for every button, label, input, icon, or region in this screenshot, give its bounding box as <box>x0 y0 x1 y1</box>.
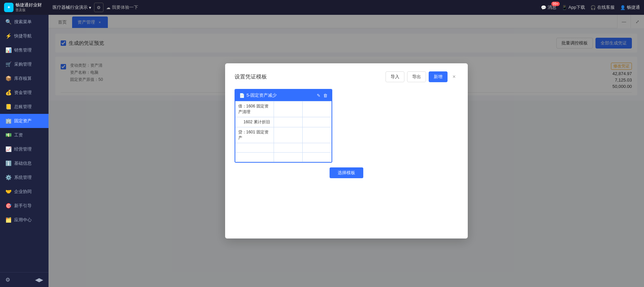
settings-bottom-icon[interactable]: ⚙ <box>5 277 10 283</box>
company-name: 医疗器械行业演示 <box>53 4 88 10</box>
service-label: 在线客服 <box>597 4 615 10</box>
user-avatar[interactable]: 👤 畅捷通 <box>620 4 640 10</box>
select-template-button[interactable]: 选择模板 <box>330 167 363 178</box>
sidebar-item-operations[interactable]: 📈 经营管理 <box>0 142 49 156</box>
close-icon: × <box>453 74 456 80</box>
main-content: 首页 资产管理 × — ⤢ 生成的凭证预览 批量调控模板 <box>49 15 644 287</box>
sidebar-item-salary[interactable]: 💵 工资 <box>0 128 49 142</box>
app-download-button[interactable]: 📱 App下载 <box>562 4 585 10</box>
template-cell <box>303 127 332 143</box>
dialog-close-button[interactable]: × <box>450 73 458 81</box>
user-name: 畅捷通 <box>627 4 640 10</box>
template-row-debit2: 1602 累计折旧 <box>235 117 331 127</box>
app-logo: ✦ 畅捷通好业财 普及版 <box>4 2 53 12</box>
template-row-empty2 <box>235 153 331 162</box>
collapse-icon[interactable]: ◀▶ <box>35 277 43 283</box>
sidebar-bottom: ⚙ ◀▶ <box>0 272 49 287</box>
sidebar-item-ledger[interactable]: 📒 总账管理 <box>0 100 49 114</box>
dropdown-icon: ▾ <box>89 5 91 10</box>
sidebar-item-label: 系统管理 <box>14 174 32 181</box>
sidebar-item-inventory[interactable]: 📦 库存核算 <box>0 71 49 86</box>
sidebar-item-guide[interactable]: 🎯 新手引导 <box>0 199 49 213</box>
sidebar-item-label: 应用中心 <box>14 217 32 223</box>
sidebar-item-label: 固定资产 <box>14 118 32 124</box>
system-icon: ⚙️ <box>5 174 11 181</box>
guide-icon: 🎯 <box>5 203 11 209</box>
template-cell <box>274 127 303 143</box>
purchase-icon: 🛒 <box>5 61 11 67</box>
sidebar-item-label: 总账管理 <box>14 104 32 110</box>
experience-icon: ☁ <box>106 5 111 10</box>
template-row-credit1: 贷：1601 固定资产 <box>235 127 331 143</box>
download-label: App下载 <box>569 4 585 10</box>
sidebar-item-label: 销售管理 <box>14 47 32 53</box>
template-cell <box>303 153 332 162</box>
sidebar-item-purchase[interactable]: 🛒 采购管理 <box>0 57 49 71</box>
messages-badge: 99+ <box>551 2 560 6</box>
sidebar-item-label: 资金管理 <box>14 90 32 96</box>
sidebar-item-label: 经营管理 <box>14 146 32 152</box>
template-cell <box>274 101 303 117</box>
sidebar-item-apps[interactable]: 🗂️ 应用中心 <box>0 213 49 227</box>
app-name: 畅捷通好业财 <box>16 2 42 8</box>
sidebar-item-sales[interactable]: 📊 销售管理 <box>0 43 49 57</box>
template-cell <box>303 143 332 153</box>
online-service-button[interactable]: 🎧 在线客服 <box>590 4 615 10</box>
quicknav-icon: ⚡ <box>5 33 11 39</box>
template-cell <box>274 143 303 153</box>
sidebar-item-label: 快捷导航 <box>14 33 32 39</box>
export-button[interactable]: 导出 <box>407 71 426 82</box>
sidebar-item-label: 新手引导 <box>14 203 32 209</box>
sidebar-item-basic-info[interactable]: ℹ️ 基础信息 <box>0 156 49 170</box>
template-table: 借：1606 固定资产清理 1602 累计折旧 贷：1601 固定资产 <box>235 101 332 162</box>
company-selector[interactable]: 医疗器械行业演示 ▾ <box>53 4 91 10</box>
template-cell <box>274 117 303 127</box>
sidebar-item-label: 工资 <box>14 132 23 138</box>
funds-icon: 💰 <box>5 90 11 96</box>
sidebar: 🔍 搜索菜单 ⚡ 快捷导航 📊 销售管理 🛒 采购管理 📦 库存核算 💰 资金管… <box>0 15 49 287</box>
template-cell: 贷：1601 固定资产 <box>235 127 274 143</box>
messages-button[interactable]: 💬 消息 99+ <box>541 4 556 10</box>
user-icon: 👤 <box>620 5 625 10</box>
search-icon: 🔍 <box>5 19 11 25</box>
template-cell <box>274 153 303 162</box>
settings-button[interactable]: ⚙ <box>94 3 103 12</box>
template-cell <box>235 143 274 153</box>
salary-icon: 💵 <box>5 132 11 138</box>
import-button[interactable]: 导入 <box>386 71 404 82</box>
sidebar-item-quicknav[interactable]: ⚡ 快捷导航 <box>0 29 49 43</box>
template-cell <box>235 153 274 162</box>
template-doc-icon: 📄 <box>239 93 245 98</box>
template-header-left: 📄 5-固定资产减少 <box>239 92 277 98</box>
sidebar-item-system[interactable]: ⚙️ 系统管理 <box>0 170 49 185</box>
sidebar-item-label: 采购管理 <box>14 61 32 67</box>
operations-icon: 📈 <box>5 146 11 152</box>
sidebar-item-label: 基础信息 <box>14 160 32 166</box>
basic-info-icon: ℹ️ <box>5 160 11 166</box>
topbar-right: 💬 消息 99+ 📱 App下载 🎧 在线客服 👤 畅捷通 <box>541 4 640 10</box>
experience-button[interactable]: ☁ 我要体验一下 <box>106 4 138 10</box>
collab-icon: 🤝 <box>5 189 11 195</box>
dialog-header: 设置凭证模板 导入 导出 新增 × <box>235 71 458 82</box>
template-cell <box>303 101 332 117</box>
template-delete-button[interactable]: 🗑 <box>323 93 328 98</box>
dialog-actions: 导入 导出 新增 <box>386 71 448 82</box>
sidebar-item-collab[interactable]: 🤝 企业协同 <box>0 185 49 199</box>
fixed-assets-icon: 🏢 <box>5 118 11 124</box>
new-button[interactable]: 新增 <box>429 71 448 82</box>
template-cell: 1602 累计折旧 <box>235 117 274 127</box>
download-icon: 📱 <box>562 5 567 10</box>
template-cell: 借：1606 固定资产清理 <box>235 101 274 117</box>
sidebar-item-label: 库存核算 <box>14 75 32 82</box>
messages-icon: 💬 <box>541 5 546 10</box>
sidebar-item-funds[interactable]: 💰 资金管理 <box>0 86 49 100</box>
experience-label: 我要体验一下 <box>112 4 138 10</box>
sidebar-item-fixed-assets[interactable]: 🏢 固定资产 <box>0 114 49 128</box>
sidebar-item-search[interactable]: 🔍 搜索菜单 <box>0 15 49 29</box>
sidebar-scroll: 🔍 搜索菜单 ⚡ 快捷导航 📊 销售管理 🛒 采购管理 📦 库存核算 💰 资金管… <box>0 15 49 272</box>
template-cell <box>303 117 332 127</box>
topbar-center: 医疗器械行业演示 ▾ ⚙ ☁ 我要体验一下 <box>53 3 541 12</box>
template-edit-button[interactable]: ✎ <box>317 93 320 98</box>
service-icon: 🎧 <box>590 5 596 10</box>
sidebar-item-label: 搜索菜单 <box>14 19 32 25</box>
